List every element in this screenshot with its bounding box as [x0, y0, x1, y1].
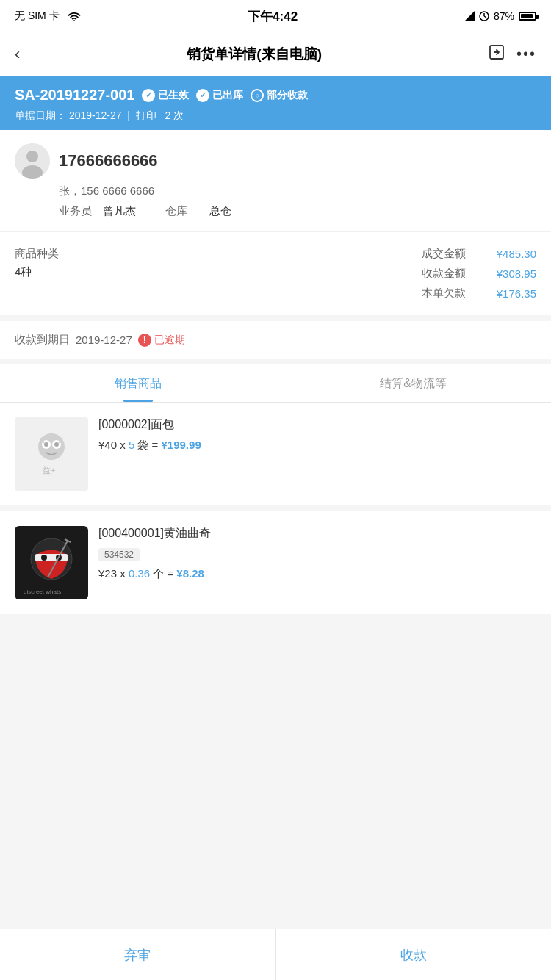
- list-item: discreet whats [000400001]黄油曲奇 534532 ¥2…: [0, 511, 551, 614]
- overdue-icon: !: [138, 334, 151, 347]
- share-icon[interactable]: [489, 44, 505, 64]
- nav-bar: ‹ 销货单详情(来自电脑) •••: [0, 32, 551, 76]
- status-effected: ✓ 已生效: [142, 89, 189, 102]
- transaction-value: ¥485.30: [478, 248, 536, 260]
- status-time: 下午4:42: [248, 8, 298, 25]
- check-icon-2: ✓: [196, 89, 209, 102]
- header-banner: SA-20191227-001 ✓ 已生效 ✓ 已出库 ○ 部分收款 单据日期：…: [0, 76, 551, 130]
- svg-text:益+: 益+: [43, 466, 55, 475]
- stats-right: 成交金额 ¥485.30 收款金额 ¥308.95 本单欠款 ¥176.35: [422, 247, 536, 300]
- stats-left: 商品种类 4种: [15, 247, 59, 300]
- warehouse-label: 仓库: [165, 204, 209, 218]
- customer-top: 17666666666: [15, 143, 536, 179]
- product-price-1: ¥40 x 5 袋 = ¥199.99: [98, 439, 536, 453]
- carrier-wifi: 无 SIM 卡: [15, 10, 81, 23]
- product-total-1: ¥199.99: [162, 439, 201, 451]
- tab-settlement[interactable]: 结算&物流等: [276, 364, 551, 402]
- tabs: 销售商品 结算&物流等: [0, 364, 551, 403]
- product-details-1: [0000002]面包 ¥40 x 5 袋 = ¥199.99: [98, 417, 536, 453]
- transaction-row: 成交金额 ¥485.30: [422, 247, 536, 261]
- svg-line-4: [484, 16, 486, 18]
- svg-marker-1: [464, 11, 475, 21]
- svg-point-7: [26, 151, 38, 162]
- avatar: [15, 143, 50, 179]
- cancel-button[interactable]: 弃审: [0, 929, 276, 980]
- order-id: SA-20191227-001: [15, 87, 134, 104]
- owed-value: ¥176.35: [478, 287, 536, 300]
- svg-point-13: [44, 442, 48, 447]
- stats-section: 商品种类 4种 成交金额 ¥485.30 收款金额 ¥308.95 本单欠款 ¥…: [0, 232, 551, 321]
- status-bar: 无 SIM 卡 下午4:42 87%: [0, 0, 551, 32]
- due-section: 收款到期日 2019-12-27 ! 已逾期: [0, 321, 551, 364]
- sales-label: 业务员: [59, 204, 103, 218]
- product-details-2: [000400001]黄油曲奇 534532 ¥23 x 0.36 个 = ¥8…: [98, 526, 536, 581]
- product-image-2: discreet whats: [15, 526, 88, 599]
- battery-percent: 87%: [494, 10, 514, 22]
- svg-text:discreet whats: discreet whats: [24, 588, 61, 595]
- page-title: 销货单详情(来自电脑): [187, 45, 322, 64]
- collected-value: ¥308.95: [478, 267, 536, 280]
- status-shipped: ✓ 已出库: [196, 89, 243, 102]
- product-name-1: [0000002]面包: [98, 417, 536, 433]
- product-image-1: 益+: [15, 417, 88, 491]
- svg-rect-18: [35, 554, 68, 561]
- status-right: 87%: [464, 10, 536, 22]
- product-qty-2: 0.36: [129, 567, 150, 580]
- product-name-2: [000400001]黄油曲奇: [98, 526, 536, 541]
- back-button[interactable]: ‹: [15, 45, 20, 64]
- owed-label: 本单欠款: [422, 287, 466, 300]
- status-partial: ○ 部分收款: [251, 89, 308, 102]
- owed-row: 本单欠款 ¥176.35: [422, 287, 536, 300]
- due-date: 2019-12-27: [76, 334, 132, 346]
- collected-row: 收款金额 ¥308.95: [422, 267, 536, 281]
- svg-point-10: [38, 433, 65, 460]
- svg-point-14: [54, 442, 59, 447]
- svg-point-0: [73, 21, 75, 22]
- nav-actions: •••: [489, 44, 536, 64]
- tab-products[interactable]: 销售商品: [0, 364, 276, 402]
- header-meta: 单据日期： 2019-12-27 | 打印 2 次: [15, 109, 536, 123]
- confirm-button[interactable]: 收款: [276, 929, 552, 980]
- category-label: 商品种类: [15, 247, 59, 261]
- product-total-2: ¥8.28: [176, 567, 204, 580]
- product-price-2: ¥23 x 0.36 个 = ¥8.28: [98, 567, 536, 581]
- collected-label: 收款金额: [422, 267, 466, 281]
- clock-icon: ○: [251, 89, 264, 102]
- customer-phone: 17666666666: [59, 151, 158, 170]
- due-label: 收款到期日: [15, 333, 70, 347]
- warehouse-value: 总仓: [209, 204, 231, 218]
- bottom-actions: 弃审 收款: [0, 929, 551, 980]
- product-tag-2: 534532: [98, 548, 140, 561]
- customer-section: 17666666666 张，156 6666 6666 业务员 曾凡杰 仓库 总…: [0, 130, 551, 232]
- category-count: 4种: [15, 265, 59, 279]
- transaction-label: 成交金额: [422, 247, 466, 261]
- product-list: 益+ [0000002]面包 ¥40 x 5 袋 = ¥199.99: [0, 403, 551, 679]
- more-icon[interactable]: •••: [516, 46, 536, 62]
- list-item: 益+ [0000002]面包 ¥40 x 5 袋 = ¥199.99: [0, 403, 551, 505]
- customer-meta-row: 业务员 曾凡杰 仓库 总仓: [15, 204, 536, 218]
- overdue-text: 已逾期: [154, 334, 185, 347]
- check-icon-1: ✓: [142, 89, 155, 102]
- product-qty-1: 5: [129, 439, 134, 451]
- sales-person: 曾凡杰: [103, 204, 136, 218]
- overdue-badge: ! 已逾期: [138, 334, 185, 347]
- order-id-row: SA-20191227-001 ✓ 已生效 ✓ 已出库 ○ 部分收款: [15, 87, 536, 104]
- battery-icon: [519, 12, 536, 21]
- customer-name-phone: 张，156 6666 6666: [15, 184, 536, 198]
- svg-point-19: [41, 555, 47, 561]
